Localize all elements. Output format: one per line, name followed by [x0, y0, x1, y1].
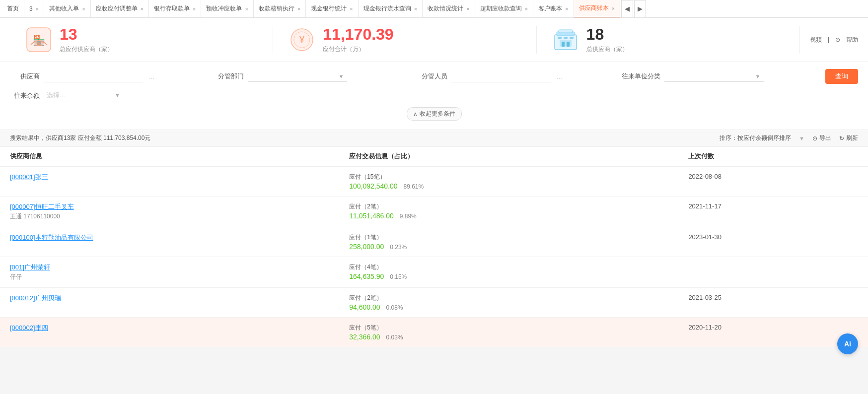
nav-tab-cash-flow-label: 现金银行流水查询: [363, 4, 411, 13]
nav-tab-bank-deposit[interactable]: 银行存取款单 ×: [149, 0, 201, 18]
tx-row: 11,051,486.00 9.89%: [349, 211, 688, 220]
nav-tab-payment-stat-close[interactable]: ×: [466, 6, 469, 12]
table-row[interactable]: [000001]张三 应付（15笔） 100,092,540.00 89.61%…: [0, 167, 868, 197]
nav-tab-3[interactable]: 3 ×: [24, 0, 44, 18]
tx-cell: 应付（4笔） 164,635.90 0.15%: [349, 263, 688, 280]
svg-rect-11: [562, 42, 565, 47]
search-button[interactable]: 查询: [825, 69, 858, 84]
tx-pct: 0.03%: [386, 334, 403, 341]
table-row[interactable]: [001]广州荣轩 仔仔 应付（4笔） 164,635.90 0.15%: [0, 257, 868, 288]
tx-pct: 0.08%: [386, 304, 403, 311]
payable-suppliers-icon: 🏪: [25, 26, 53, 54]
tx-amount: 258,000.00: [349, 243, 384, 251]
nav-tab-advance[interactable]: 预收冲应收单 ×: [201, 0, 253, 18]
nav-tab-3-close[interactable]: ×: [36, 6, 39, 12]
supplier-cell: [000012]广州贝瑞: [10, 294, 349, 303]
results-summary: 搜索结果中，供应商13家 应付金额 111,703,854.00元: [10, 134, 150, 142]
stat-block-total-suppliers: 18 总供应商（家）: [537, 26, 800, 54]
supplier-link[interactable]: [000007]恒旺二手叉车: [10, 203, 74, 210]
tx-row: 164,635.90 0.15%: [349, 271, 688, 280]
svg-text:¥: ¥: [299, 35, 305, 45]
nav-tab-supplier-ledger[interactable]: 供应商账本 ×: [574, 0, 620, 18]
tx-cell: 应付（5笔） 32,366.00 0.03%: [349, 324, 688, 341]
tx-cell: 应付（15笔） 100,092,540.00 89.61%: [349, 173, 688, 190]
export-button[interactable]: ⊙ 导出: [812, 134, 831, 142]
person-filter-label: 分管人员: [418, 72, 447, 81]
lastpay-cell: 2020-11-20: [688, 324, 858, 331]
supplier-link[interactable]: [000100]本特勒油品有限公司: [10, 234, 93, 241]
nav-tab-cash-flow-close[interactable]: ×: [414, 6, 417, 12]
last-pay-date: 2021-11-17: [688, 202, 722, 210]
nav-tab-other-income-label: 其他收入单: [49, 4, 79, 13]
table-row[interactable]: [000002]李四 应付（5笔） 32,366.00 0.03% 2020-1…: [0, 318, 868, 347]
category-filter-label: 往来单位分类: [622, 72, 660, 81]
help-link[interactable]: 帮助: [846, 36, 858, 44]
balance-dropdown-arrow: ▼: [115, 92, 120, 98]
video-link[interactable]: 视频: [810, 36, 822, 44]
supplier-link[interactable]: [000001]张三: [10, 173, 48, 181]
nav-tab-advance-close[interactable]: ×: [245, 6, 248, 12]
table-row[interactable]: [000007]恒旺二手叉车 王通 17106110000 应付（2笔） 11,…: [0, 197, 868, 227]
tx-label: 应付（4笔）: [349, 263, 688, 271]
tx-label: 应付（1笔）: [349, 233, 688, 242]
dept-filter-label: 分管部门: [214, 72, 244, 81]
table-row[interactable]: [000100]本特勒油品有限公司 应付（1笔） 258,000.00 0.23…: [0, 227, 868, 257]
refresh-button[interactable]: ↻ 刷新: [839, 134, 858, 142]
col-header-supplier: 供应商信息: [10, 152, 349, 161]
help-icon: ⊙: [835, 36, 840, 43]
svg-rect-14: [564, 37, 568, 39]
nav-tab-bank-deposit-close[interactable]: ×: [193, 6, 196, 12]
svg-rect-3: [37, 42, 41, 46]
nav-tab-customer-ledger-close[interactable]: ×: [565, 6, 568, 12]
nav-tab-other-income-close[interactable]: ×: [82, 6, 85, 12]
supplier-link[interactable]: [000002]李四: [10, 324, 48, 331]
balance-filter-label: 往来余额: [10, 91, 40, 100]
nav-tab-customer-ledger-label: 客户账本: [538, 4, 562, 13]
balance-select-value: 选择...: [47, 91, 65, 100]
nav-right-arrow[interactable]: ▶: [634, 0, 646, 18]
nav-tab-ar-adjust-close[interactable]: ×: [141, 6, 144, 12]
svg-rect-10: [560, 40, 572, 47]
nav-tab-3-label: 3: [29, 5, 33, 12]
nav-tab-cash-flow[interactable]: 现金银行流水查询 ×: [359, 0, 423, 18]
collapse-btn-label: 收起更多条件: [420, 110, 455, 118]
total-suppliers-number: 18: [586, 26, 628, 43]
nav-tab-customer-ledger[interactable]: 客户账本 ×: [533, 0, 574, 18]
balance-filter-select[interactable]: 选择... ▼: [44, 89, 123, 102]
top-navigation: 首页 3 × 其他收入单 × 应收应付调整单 × 银行存取款单 × 预收冲应收单…: [0, 0, 868, 18]
category-dropdown-arrow: ▼: [755, 73, 761, 79]
nav-tab-home[interactable]: 首页: [2, 0, 24, 18]
nav-tab-supplier-ledger-close[interactable]: ×: [612, 5, 615, 11]
nav-tab-cash-bank-stat[interactable]: 现金银行统计 ×: [306, 0, 358, 18]
person-filter-input[interactable]: [451, 70, 551, 82]
supplier-link[interactable]: [001]广州荣轩: [10, 263, 50, 271]
filter-category: 往来单位分类 ▼: [622, 71, 816, 82]
svg-rect-15: [570, 37, 574, 39]
filter-supplier: 供应商 ...: [10, 70, 204, 82]
last-pay-date: 2020-11-20: [688, 324, 722, 331]
nav-tab-cash-bank-stat-close[interactable]: ×: [350, 6, 353, 12]
svg-rect-9: [559, 30, 573, 33]
ai-button-label: Ai: [844, 340, 851, 347]
dept-filter-select[interactable]: ▼: [248, 71, 347, 82]
supplier-cell: [000007]恒旺二手叉车 王通 17106110000: [10, 202, 349, 221]
nav-tab-other-income[interactable]: 其他收入单 ×: [44, 0, 90, 18]
tx-cell: 应付（1笔） 258,000.00 0.23%: [349, 233, 688, 251]
supplier-link[interactable]: [000012]广州贝瑞: [10, 294, 61, 302]
tx-label: 应付（2笔）: [349, 202, 688, 211]
supplier-filter-input[interactable]: [44, 70, 143, 82]
nav-left-arrow[interactable]: ◀: [621, 0, 633, 18]
nav-tab-collection[interactable]: 收款核销执行 ×: [254, 0, 306, 18]
lastpay-cell: 2023-01-30: [688, 233, 858, 241]
nav-tab-overdue-close[interactable]: ×: [525, 6, 528, 12]
nav-tab-payment-stat[interactable]: 收款情况统计 ×: [423, 0, 475, 18]
nav-tab-overdue[interactable]: 超期应收款查询 ×: [475, 0, 533, 18]
stat-info-total-suppliers: 18 总供应商（家）: [586, 26, 628, 54]
table-row[interactable]: [000012]广州贝瑞 应付（2笔） 94,600.00 0.08% 2021…: [0, 288, 868, 318]
nav-tab-collection-close[interactable]: ×: [297, 6, 300, 12]
collapse-filter-button[interactable]: ∧ 收起更多条件: [407, 107, 462, 121]
supplier-cell: [000001]张三: [10, 173, 349, 182]
nav-tab-ar-adjust[interactable]: 应收应付调整单 ×: [91, 0, 149, 18]
sort-select[interactable]: 排序：按应付余额倒序排序: [720, 134, 791, 142]
category-filter-select[interactable]: ▼: [664, 71, 764, 82]
